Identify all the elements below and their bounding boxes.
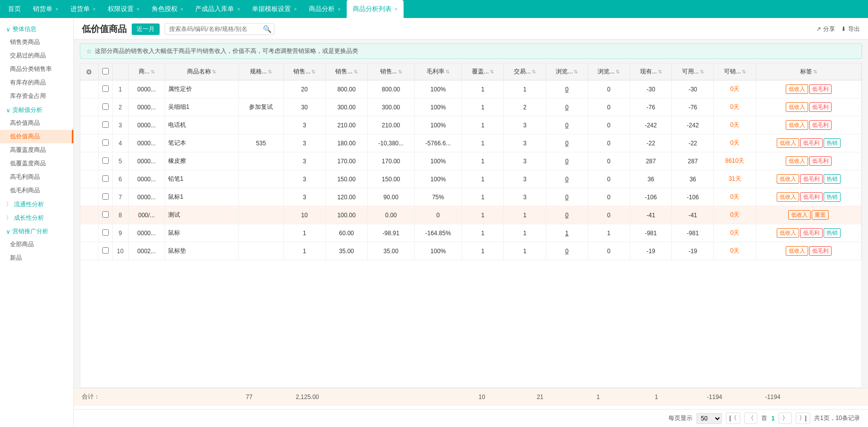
nav-item-销货单[interactable]: 销货单× [27,0,64,18]
nav-item-单据模板设置[interactable]: 单据模板设置× [246,0,303,18]
row-checkbox[interactable] [98,224,112,242]
sidebar-group-1[interactable]: ∨贡献值分析 [0,103,73,116]
spec-col-header[interactable]: 规格...⇅ [238,63,283,80]
row-sales-amount: -98.91 [368,224,415,242]
row-browse1[interactable]: 0 [546,170,588,188]
name-col-header[interactable]: 商品名称⇅ [165,63,238,80]
nav-close-单据模板设置[interactable]: × [294,6,297,12]
sidebar-item-全部商品[interactable]: 全部商品 [0,238,73,251]
row-gross-margin: 75% [415,188,462,206]
sidebar-item-商品分类销售率[interactable]: 商品分类销售率 [0,62,73,76]
row-browse1[interactable]: 0 [546,80,588,98]
row-checkbox[interactable] [98,152,112,170]
nav-close-商品分析[interactable]: × [338,6,341,12]
row-stock2: 36 [672,170,714,188]
per-page-select[interactable]: 50 100 200 [696,413,722,424]
row-stock1: -30 [630,80,672,98]
nav-close-角色授权[interactable]: × [181,6,184,12]
settings-col-header[interactable]: ⚙ [80,63,98,80]
nav-close-产成品入库单[interactable]: × [237,6,240,12]
sidebar-item-高价值商品[interactable]: 高价值商品 [0,116,73,130]
row-coverage: 1 [462,134,504,152]
nav-close-销货单[interactable]: × [55,6,58,12]
stock1-col-header[interactable]: 现有...⇅ [630,63,672,80]
row-checkbox[interactable] [98,98,112,116]
stock2-col-header[interactable]: 可用...⇅ [672,63,714,80]
sidebar-item-低覆盖度商品[interactable]: 低覆盖度商品 [0,157,73,170]
nav-item-商品分析[interactable]: 商品分析× [303,0,347,18]
nav-item-商品分析列表[interactable]: 商品分析列表× [347,0,404,18]
sidebar-item-低毛利商品[interactable]: 低毛利商品 [0,184,73,197]
row-browse1[interactable]: 0 [546,116,588,134]
coverage-col-header[interactable]: 覆盖...⇅ [462,63,504,80]
last-page-button[interactable]: 〉| [796,413,810,424]
total-pages-label: 共1页，10条记录 [814,414,860,423]
row-checkbox[interactable] [98,242,112,260]
trade-col-header[interactable]: 交易...⇅ [504,63,546,80]
row-checkbox[interactable] [98,80,112,98]
prev-page-button[interactable]: 〈 [744,413,757,424]
sidebar-group-3[interactable]: 〉成长性分析 [0,211,73,224]
sidebar-item-交易过的商品[interactable]: 交易过的商品 [0,49,73,62]
sales-price-col-header[interactable]: 销售...⇅ [325,63,367,80]
row-stock1: 287 [630,152,672,170]
sales-qty-col-header[interactable]: 销售...⇅ [283,63,325,80]
row-checkbox[interactable] [98,116,112,134]
per-page-label: 每页显示 [668,414,692,423]
pagination-bar: 每页显示 50 100 200 |〈 〈 首 1 〉 〉| 共1页，10条记录 [74,409,868,427]
sidebar-item-库存资金占用[interactable]: 库存资金占用 [0,89,73,103]
row-browse1[interactable]: 0 [546,98,588,116]
row-checkbox[interactable] [98,206,112,224]
row-browse1[interactable]: 0 [546,188,588,206]
sidebar-group-2[interactable]: 〉流通性分析 [0,197,73,211]
sidebar-item-有库存的商品[interactable]: 有库存的商品 [0,76,73,89]
stock3-col-header[interactable]: 可销...⇅ [714,63,756,80]
nav-close-进货单[interactable]: × [93,6,96,12]
row-gross-margin: 100% [415,242,462,260]
gross-margin-col-header[interactable]: 毛利率⇅ [415,63,462,80]
sidebar-item-低价值商品[interactable]: 低价值商品 [0,130,73,143]
row-checkbox[interactable] [98,188,112,206]
row-checkbox[interactable] [98,170,112,188]
nav-close-商品分析列表[interactable]: × [395,6,398,12]
nav-item-权限设置[interactable]: 权限设置× [102,0,146,18]
row-name: 橡皮擦 [165,152,238,170]
code-col-header[interactable]: 商...⇅ [128,63,165,80]
export-button[interactable]: ⬇ 导出 [841,25,860,33]
select-all-checkbox[interactable] [102,68,109,74]
sidebar-item-高毛利商品[interactable]: 高毛利商品 [0,170,73,184]
row-browse2: 0 [588,152,630,170]
tag-低毛利: 低毛利 [800,174,823,184]
tag-低收入: 低收入 [777,138,799,148]
nav-item-首页[interactable]: 首页 [2,0,27,18]
row-stock1: -106 [630,188,672,206]
browse1-col-header[interactable]: 浏览...⇅ [546,63,588,80]
nav-item-进货单[interactable]: 进货单× [64,0,102,18]
search-input[interactable] [165,23,274,35]
nav-item-产成品入库单[interactable]: 产成品入库单× [189,0,246,18]
first-page-button[interactable]: |〈 [726,413,740,424]
row-browse1[interactable]: 1 [546,224,588,242]
period-button[interactable]: 近一月 [132,23,160,35]
sidebar-item-新品[interactable]: 新品 [0,251,73,265]
row-checkbox[interactable] [98,134,112,152]
sidebar-item-销售类商品[interactable]: 销售类商品 [0,35,73,49]
sidebar-group-4[interactable]: ∨营销推广分析 [0,224,73,238]
checkbox-col-header[interactable] [98,63,112,80]
row-browse1[interactable]: 0 [546,206,588,224]
sidebar-item-高覆盖度商品[interactable]: 高覆盖度商品 [0,143,73,157]
row-browse1[interactable]: 0 [546,152,588,170]
share-button[interactable]: ↗ 分享 [816,25,835,33]
row-coverage: 1 [462,188,504,206]
nav-close-权限设置[interactable]: × [137,6,140,12]
nav-item-角色授权[interactable]: 角色授权× [146,0,190,18]
next-page-button[interactable]: 〉 [779,413,792,424]
row-browse1[interactable]: 0 [546,242,588,260]
row-browse1[interactable]: 0 [546,134,588,152]
tags-col-header[interactable]: 标签⇅ [756,63,861,80]
sidebar-group-0[interactable]: ∨整体信息 [0,22,73,35]
search-icon[interactable]: 🔍 [263,25,271,33]
sales-amount-col-header[interactable]: 销售...⇅ [368,63,415,80]
browse2-col-header[interactable]: 浏览...⇅ [588,63,630,80]
table-container[interactable]: ⚙ 商...⇅ 商品名称⇅ 规格...⇅ 销售...⇅ 销售...⇅ 销售...… [80,63,862,388]
